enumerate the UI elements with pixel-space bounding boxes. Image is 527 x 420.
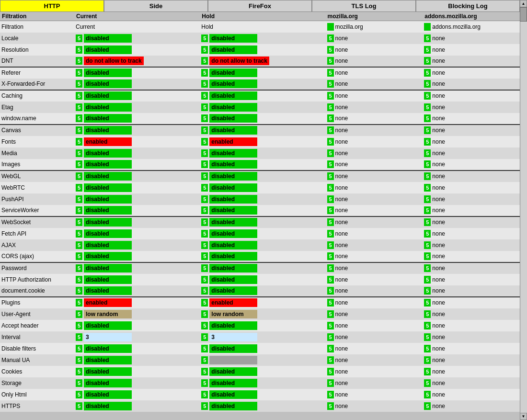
table-cell[interactable]: 5disabled [200,67,325,79]
val-text: none [335,357,348,363]
table-cell[interactable]: 5disabled [200,113,325,125]
val-box: enabled [84,298,132,307]
table-cell[interactable]: 5disabled [200,205,325,216]
table-cell[interactable]: 5enabled [74,136,200,148]
val-box: disabled [209,367,257,376]
val-box: disabled [209,34,257,43]
table-cell[interactable]: 5disabled [74,90,200,102]
table-cell[interactable]: 5disabled [200,262,325,274]
table-cell[interactable]: 5disabled [200,389,325,400]
num-badge: 5 [76,46,82,54]
table-cell[interactable]: 5disabled [200,320,325,331]
table-cell[interactable]: 5disabled [74,239,200,251]
val-text: none [335,391,348,398]
table-cell[interactable]: 5disabled [74,148,200,159]
table-cell[interactable]: 5do not allow to track [74,56,200,67]
table-cell[interactable]: 5disabled [74,102,200,113]
table-cell[interactable]: 53 [74,331,200,343]
row-label: Password [0,262,74,274]
table-cell[interactable]: 5disabled [74,274,200,285]
table-cell[interactable]: 5disabled [74,33,200,44]
table-cell[interactable]: 5disabled [200,90,325,102]
table-cell[interactable]: 5disabled [200,216,325,228]
val-box: disabled [209,126,257,135]
num-badge: 5 [424,276,431,284]
table-cell[interactable]: 5enabled [200,297,325,308]
table-cell[interactable]: 5disabled [200,182,325,193]
table-cell[interactable]: 5disabled [200,170,325,182]
table-cell[interactable]: 5disabled [74,182,200,193]
table-cell[interactable]: 5disabled [74,125,200,136]
table-cell[interactable]: 5disabled [74,400,200,412]
num-badge: 5 [201,149,208,157]
num-badge: 5 [424,195,431,203]
table-cell[interactable]: 5low random [74,308,200,320]
table-cell[interactable]: 5disabled [74,170,200,182]
scrollbar-down[interactable]: ▼ [520,413,527,420]
table-cell[interactable]: 5disabled [200,239,325,251]
tab-blocking[interactable]: Blocking Log [416,0,520,12]
table-cell[interactable]: 5disabled [74,79,200,90]
table-cell[interactable]: 5disabled [74,366,200,377]
table-cell[interactable]: 5disabled [200,366,325,377]
table-cell[interactable]: 5disabled [200,285,325,297]
table-cell[interactable]: 5disabled [74,205,200,216]
table-cell[interactable]: 5disabled [74,285,200,297]
table-cell[interactable]: 5disabled [74,320,200,331]
val-box: disabled [209,206,257,215]
table-cell[interactable]: 53 [200,331,325,343]
table-cell[interactable]: 5disabled [74,354,200,366]
num-badge: 5 [327,34,334,42]
tab-http[interactable]: HTTP [0,0,104,12]
table-cell[interactable]: 5disabled [200,102,325,113]
table-cell[interactable]: 5disabled [200,193,325,205]
table-cell[interactable]: 5disabled [200,125,325,136]
table-cell[interactable]: 5disabled [74,159,200,170]
table-cell[interactable]: 5enabled [200,136,325,148]
table-cell[interactable]: 5disabled [200,251,325,262]
table-cell[interactable]: 5disabled [74,343,200,354]
mozilla-cell: 5none [326,251,423,262]
table-cell[interactable]: 5disabled [74,193,200,205]
scrollbar-up[interactable]: ▲ [520,0,527,7]
table-row: Fetch API5disabled5disabled5none5none [0,228,520,239]
table-cell[interactable]: 5disabled [74,67,200,79]
table-cell[interactable]: 5disabled [200,79,325,90]
scrollbar-track[interactable]: ▲ ▼ [520,0,527,420]
num-badge: 5 [201,356,208,364]
table-cell[interactable]: 5disabled [200,159,325,170]
num-badge: 5 [327,368,334,375]
num-badge: 5 [201,80,208,88]
table-cell[interactable]: 5disabled [74,377,200,389]
table-cell[interactable]: 5disabled [200,274,325,285]
table-cell[interactable]: 5disabled [74,251,200,262]
table-cell[interactable]: 5disabled [200,148,325,159]
table-cell[interactable]: 5disabled [200,44,325,56]
table-cell[interactable]: 5disabled [200,228,325,239]
val-box: disabled [84,34,132,43]
table-cell[interactable]: 5disabled [74,262,200,274]
table-cell[interactable]: 5disabled [200,343,325,354]
table-cell[interactable]: 5 [200,354,325,366]
table-cell[interactable]: 5disabled [74,216,200,228]
tab-firefox[interactable]: FireFox [208,0,312,12]
table-cell[interactable]: 5disabled [74,389,200,400]
tab-side[interactable]: Side [104,0,208,12]
num-badge: 5 [424,69,431,77]
table-cell[interactable]: 5disabled [74,113,200,125]
table-cell[interactable]: 5disabled [200,377,325,389]
table-cell[interactable]: 5do not allow to track [200,56,325,67]
row-label: Referer [0,67,74,79]
table-cell[interactable]: 5low random [200,308,325,320]
tab-tls[interactable]: TLS Log [312,0,416,12]
table-cell[interactable]: 5disabled [74,228,200,239]
num-badge: 5 [201,345,208,352]
val-box: disabled [84,206,132,215]
table-cell[interactable]: 5disabled [74,44,200,56]
scrollbar-thumb[interactable] [520,7,527,22]
val-text: none [335,345,348,352]
table-cell[interactable]: 5disabled [200,33,325,44]
table-cell[interactable]: 5enabled [74,297,200,308]
num-badge: 5 [201,195,208,203]
table-cell[interactable]: 5disabled [200,400,325,412]
